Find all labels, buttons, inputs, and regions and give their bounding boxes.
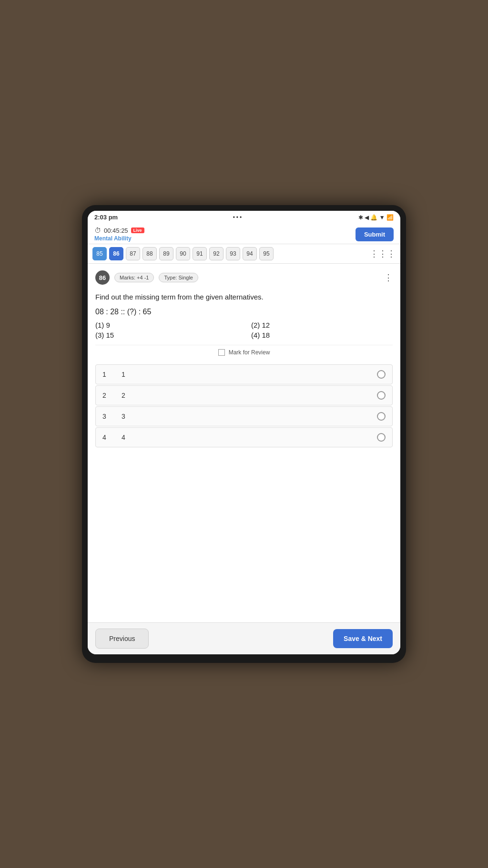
dots-icon: •••: [233, 214, 244, 221]
status-time: 2:03 pm: [94, 214, 118, 221]
option-4-id: (4): [251, 331, 262, 339]
mark-review-row: Mark for Review: [95, 345, 393, 360]
timer-section: ⏱ 00:45:25 Live: [94, 227, 144, 234]
q-tab-87[interactable]: 87: [126, 247, 140, 260]
answer-text-1: 1: [122, 371, 125, 378]
live-badge: Live: [131, 227, 144, 233]
option-3: (3) 15: [95, 331, 237, 339]
answer-text-2: 2: [122, 392, 125, 399]
option-3-value: 15: [106, 331, 114, 339]
answer-num-2: 2: [102, 392, 112, 399]
timer-icon: ⏱: [94, 227, 101, 234]
option-2: (2) 12: [251, 321, 393, 329]
bottom-nav: Previous Save & Next: [88, 622, 400, 654]
q-tab-88[interactable]: 88: [142, 247, 157, 260]
q-tab-91[interactable]: 91: [193, 247, 207, 260]
mark-review-checkbox[interactable]: [218, 349, 225, 356]
option-4: (4) 18: [251, 331, 393, 339]
q-tab-95[interactable]: 95: [259, 247, 274, 260]
question-header: 86 Marks: +4 -1 Type: Single ⋮: [95, 270, 393, 285]
header-bar: ⏱ 00:45:25 Live Mental Ability Submit: [88, 224, 400, 244]
radio-2[interactable]: [377, 391, 386, 400]
radio-3[interactable]: [377, 412, 386, 421]
radio-1[interactable]: [377, 370, 386, 379]
previous-button[interactable]: Previous: [95, 629, 149, 649]
save-next-button[interactable]: Save & Next: [333, 629, 393, 648]
type-badge: Type: Single: [159, 273, 198, 282]
answer-option-3[interactable]: 3 3: [95, 406, 393, 426]
question-text: Find out the missing term from the given…: [95, 291, 393, 303]
more-options-icon[interactable]: ⋮: [384, 272, 393, 283]
q-tab-89[interactable]: 89: [159, 247, 173, 260]
marks-badge: Marks: +4 -1: [114, 273, 154, 282]
subject-label: Mental Ability: [94, 235, 144, 242]
q-tab-86[interactable]: 86: [109, 247, 123, 260]
option-2-value: 12: [262, 321, 270, 329]
q-tab-92[interactable]: 92: [209, 247, 224, 260]
answer-text-3: 3: [122, 413, 125, 420]
option-4-value: 18: [262, 331, 270, 339]
status-bar: 2:03 pm ••• ✱ ◀ 🔔 ▼ 📶: [88, 211, 400, 224]
option-1-id: (1): [95, 321, 106, 329]
answer-option-1[interactable]: 1 1: [95, 364, 393, 384]
option-1: (1) 9: [95, 321, 237, 329]
q-tab-94[interactable]: 94: [243, 247, 257, 260]
q-tab-90[interactable]: 90: [176, 247, 190, 260]
answer-option-4[interactable]: 4 4: [95, 427, 393, 447]
answer-text-4: 4: [122, 434, 125, 441]
q-tab-93[interactable]: 93: [226, 247, 240, 260]
answer-num-1: 1: [102, 371, 112, 378]
tablet-screen: 2:03 pm ••• ✱ ◀ 🔔 ▼ 📶 ⏱ 00:45:25 Live Me…: [88, 211, 400, 654]
question-equation: 08 : 28 :: (?) : 65: [95, 308, 393, 316]
answer-num-4: 4: [102, 434, 112, 441]
q-tab-85[interactable]: 85: [92, 247, 107, 260]
answer-num-3: 3: [102, 413, 112, 420]
status-icons: ✱ ◀ 🔔 ▼ 📶: [358, 214, 394, 221]
option-2-id: (2): [251, 321, 262, 329]
radio-4[interactable]: [377, 433, 386, 442]
option-1-value: 9: [106, 321, 110, 329]
answer-option-2[interactable]: 2 2: [95, 385, 393, 405]
timer-text: 00:45:25: [104, 227, 128, 234]
option-3-id: (3): [95, 331, 106, 339]
mark-review-label: Mark for Review: [229, 349, 270, 356]
submit-button[interactable]: Submit: [356, 227, 394, 241]
tablet-frame: 2:03 pm ••• ✱ ◀ 🔔 ▼ 📶 ⏱ 00:45:25 Live Me…: [82, 205, 406, 663]
answer-options: 1 1 2 2 3 3 4 4: [95, 364, 393, 447]
question-area: 86 Marks: +4 -1 Type: Single ⋮ Find out …: [88, 264, 400, 622]
question-number-badge: 86: [95, 270, 110, 285]
question-tabs: 85 86 87 88 89 90 91 92 93 94 95 ⋮⋮⋮: [88, 244, 400, 264]
grid-icon[interactable]: ⋮⋮⋮: [370, 248, 396, 259]
options-grid: (1) 9 (2) 12 (3) 15 (4) 18: [95, 321, 393, 339]
